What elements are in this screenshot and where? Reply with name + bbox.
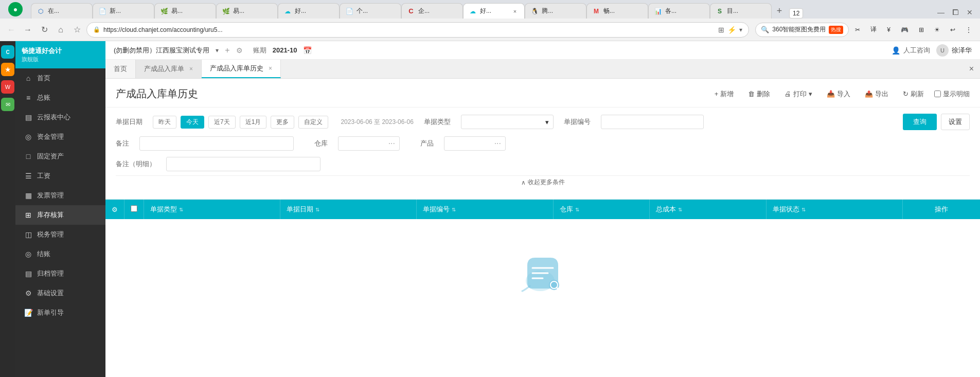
nav-item-tax[interactable]: ◫ 税务管理: [15, 225, 105, 244]
content-tab-list[interactable]: 产成品入库单 ×: [136, 60, 202, 78]
sidebar-star-item[interactable]: ★: [1, 63, 14, 76]
tab-6[interactable]: 📄 个...: [340, 3, 401, 19]
tab-10[interactable]: M 畅...: [586, 3, 648, 19]
last7days-button[interactable]: 近7天: [208, 116, 236, 129]
col-warehouse[interactable]: 仓库 ⇅: [553, 200, 650, 219]
col-gear[interactable]: ⚙: [105, 200, 124, 219]
today-button[interactable]: 今天: [181, 116, 204, 129]
tab-2[interactable]: 📄 新...: [93, 3, 154, 19]
browser-search-box[interactable]: 🔍 360智能抠图免费用 热搜: [755, 23, 849, 37]
nav-item-reports[interactable]: ▤ 云报表中心: [15, 107, 105, 127]
nav-item-salary[interactable]: ☰ 工资: [15, 166, 105, 186]
col-total-cost[interactable]: 总成本 ⇅: [650, 200, 766, 219]
nav-item-ledger[interactable]: ≡ 总账: [15, 88, 105, 107]
nav-item-settings[interactable]: ⚙ 基础设置: [15, 283, 105, 303]
nav-item-funds[interactable]: ◎ 资金管理: [15, 127, 105, 147]
calendar-icon[interactable]: 📅: [303, 46, 312, 55]
bill-type-select[interactable]: ▾: [461, 115, 554, 129]
theme-button[interactable]: ☀: [930, 23, 944, 37]
nav-item-close[interactable]: ◎ 结账: [15, 244, 105, 264]
tab-5[interactable]: ☁ 好...: [278, 3, 340, 19]
tab-8-close-icon[interactable]: ×: [511, 7, 519, 15]
close-window-button[interactable]: ✕: [964, 6, 976, 19]
new-tab-button[interactable]: +: [772, 3, 787, 19]
export-button[interactable]: 📤 导出: [861, 87, 893, 101]
query-button[interactable]: 查询: [903, 114, 937, 130]
print-label: 打印: [793, 89, 807, 99]
dropdown-icon[interactable]: ▾: [739, 26, 742, 33]
sidebar-weibo-item[interactable]: W: [1, 80, 14, 94]
forward-button[interactable]: →: [21, 23, 35, 37]
tab-9[interactable]: 🐧 腾...: [525, 3, 586, 19]
tab-7[interactable]: C 企...: [401, 3, 463, 19]
content-tab-history-close[interactable]: ×: [269, 65, 272, 72]
restore-button[interactable]: ⧠: [949, 6, 961, 19]
more-date-button[interactable]: 更多: [271, 116, 294, 129]
user-area[interactable]: U 徐泽华: [936, 44, 972, 57]
note-detail-input[interactable]: [166, 157, 320, 171]
add-button[interactable]: + 新增: [710, 87, 738, 101]
settings-filter-button[interactable]: 设置: [941, 114, 970, 130]
col-check[interactable]: [124, 200, 144, 219]
company-dropdown-icon[interactable]: ▾: [216, 47, 219, 54]
more-button[interactable]: ⋮: [961, 23, 976, 37]
translate-button[interactable]: 译: [866, 23, 881, 37]
currency-button[interactable]: ¥: [883, 23, 895, 37]
nav-item-newbill[interactable]: 📝 新单引导: [15, 303, 105, 322]
scissors-button[interactable]: ✂: [851, 23, 864, 37]
nav-item-archive[interactable]: ▤ 归档管理: [15, 264, 105, 283]
import-button[interactable]: 📥 导入: [823, 87, 854, 101]
bill-no-input[interactable]: [601, 115, 704, 129]
sidebar-mail-item[interactable]: ✉: [1, 98, 14, 111]
add-company-button[interactable]: +: [225, 46, 229, 55]
nav-item-inventory[interactable]: ⊞ 库存核算: [15, 205, 105, 225]
nav-item-assets[interactable]: □ 固定资产: [15, 147, 105, 166]
tab-3[interactable]: 🌿 易...: [154, 3, 216, 19]
delete-button[interactable]: 🗑 删除: [744, 87, 774, 101]
tab-12[interactable]: S 目...: [710, 3, 772, 19]
grid-icon[interactable]: ⊞: [718, 26, 724, 34]
browser-logo-icon[interactable]: ●: [8, 2, 23, 16]
col-bill-status[interactable]: 单据状态 ⇅: [766, 200, 902, 219]
content-tab-list-close[interactable]: ×: [189, 65, 193, 73]
bookmark-button[interactable]: ☆: [70, 23, 84, 37]
minimize-button[interactable]: —: [935, 6, 947, 19]
settings-company-icon[interactable]: ⚙: [236, 46, 243, 55]
back-button[interactable]: ←: [4, 23, 19, 37]
refresh-browser-button[interactable]: ↻: [37, 23, 51, 37]
tab-1[interactable]: ⬡ 在...: [31, 3, 93, 19]
tab-4[interactable]: 🌿 易...: [216, 3, 278, 19]
undo-button[interactable]: ↩: [946, 23, 959, 37]
note-detail-filter-label: 备注（明细）: [116, 159, 156, 169]
tab-11[interactable]: 📊 各...: [648, 3, 710, 19]
panel-close-button[interactable]: ×: [963, 64, 980, 74]
gamepad-button[interactable]: 🎮: [897, 23, 913, 37]
last1month-button[interactable]: 近1月: [240, 116, 267, 129]
show-detail-checkbox-area[interactable]: 显示明细: [934, 89, 970, 99]
grid-view-button[interactable]: ⊞: [915, 23, 928, 37]
collapse-filters-button[interactable]: ∧ 收起更多条件: [116, 175, 970, 189]
tab-8[interactable]: ☁ 好... ×: [463, 3, 525, 19]
note-input[interactable]: [139, 136, 294, 151]
address-bar[interactable]: 🔒 https://cloud.chanjet.com/accounting/u…: [86, 22, 749, 38]
col-bill-type[interactable]: 单据类型 ⇅: [144, 200, 280, 219]
tab-count[interactable]: 12: [789, 8, 803, 19]
yesterday-button[interactable]: 昨天: [153, 116, 176, 129]
product-select[interactable]: ···: [444, 136, 506, 151]
nav-item-invoice[interactable]: ▦ 发票管理: [15, 186, 105, 205]
print-button[interactable]: 🖨 打印 ▾: [780, 87, 816, 101]
ai-consult-area[interactable]: 👤 人工咨询: [892, 46, 930, 55]
nav-item-home[interactable]: ⌂ 首页: [15, 68, 105, 88]
show-detail-checkbox[interactable]: [934, 91, 941, 97]
warehouse-select[interactable]: ···: [338, 136, 400, 151]
lightning-icon[interactable]: ⚡: [727, 26, 736, 34]
custom-date-button[interactable]: 自定义: [298, 116, 328, 129]
col-bill-date[interactable]: 单据日期 ⇅: [280, 200, 417, 219]
home-browser-button[interactable]: ⌂: [54, 23, 68, 37]
refresh-button[interactable]: ↻ 刷新: [899, 87, 928, 101]
select-all-checkbox[interactable]: [131, 205, 137, 212]
content-tab-history[interactable]: 产成品入库单历史 ×: [202, 60, 281, 78]
col-bill-no[interactable]: 单据编号 ⇅: [417, 200, 553, 219]
sidebar-logo-item[interactable]: C: [1, 45, 14, 59]
content-tab-home[interactable]: 首页: [105, 60, 136, 78]
